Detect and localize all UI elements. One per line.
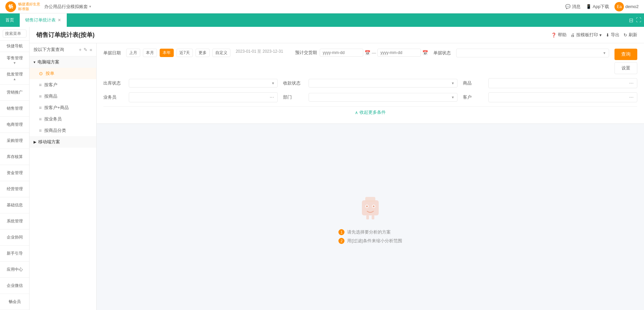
date-this-year-btn[interactable]: 本年 [160,49,174,57]
scheme-list-icon: ≡ [39,82,42,88]
sidebar-item-ecommerce[interactable]: 电商管理 [0,117,29,133]
date-last7days-btn[interactable]: 近7天 [176,49,193,57]
scheme-item-by-order[interactable]: ⊙ 按单 [30,68,96,79]
sidebar-item-system[interactable]: 系统管理 [0,213,29,229]
customer-select[interactable]: ··· [488,92,637,102]
top-right: 💬 消息 📱 App下载 Ea demo2 [565,2,639,11]
content-area: 销售订单统计表(按单) ❓ 帮助 🖨 按模板打印 ▾ ⬇ 导出 ↻ 刷新 [30,27,644,310]
dropdown-arrow-icon[interactable]: ▾ [89,4,91,9]
retail-label: 零售管理 [7,55,23,61]
scheme-edit-btn[interactable]: ✎ [84,47,88,52]
customer-label: 客户 [463,94,483,100]
refresh-btn[interactable]: ↻ 刷新 [624,32,637,38]
page-title: 销售订单统计表(按单) [36,31,95,43]
arrow-icon: ▼ [13,61,16,65]
tab-expand-icon[interactable]: ⛶ [636,17,641,23]
scheme-item-by-salesman[interactable]: ≡ 按业务员 [30,113,96,125]
sidebar-item-finance[interactable]: 资金管理 [0,165,29,181]
scheme-group-mobile-header[interactable]: ▶ 移动端方案 [30,136,96,148]
sidebar-item-retail[interactable]: 零售管理 ▼ [0,52,29,68]
date-more-btn[interactable]: 更多 [196,49,210,57]
salesman-select[interactable]: ··· [129,92,278,102]
select-arrow-icon: ▾ [452,81,454,86]
scheme-header: 按以下方案查询 + ✎ « [30,43,96,56]
sidebar-item-marketing[interactable]: 营销推广 [0,85,29,101]
scheme-list-icon: ≡ [39,94,42,99]
sidebar-item-sales[interactable]: 销售管理 [0,101,29,117]
user-menu-btn[interactable]: Ea demo2 [614,2,639,11]
sidebar-item-appcenter[interactable]: 应用中心 [0,262,29,278]
group-expand-arrow-icon: ▾ [34,60,36,64]
wholesale-label: 批发管理 [7,71,23,77]
sidebar-item-operation[interactable]: 经营管理 [0,181,29,197]
avatar: Ea [614,2,624,11]
logo-area: 畅 畅捷通好生意 标准版 [5,1,40,12]
app-download-btn[interactable]: 📱 App下载 [586,4,609,10]
sidebar: 快捷导航 零售管理 ▼ 批发管理 ▲ 营销推广 销售管理 电商管理 采购管理 库… [0,27,30,310]
sidebar-item-purchase[interactable]: 采购管理 [0,133,29,149]
tab-home[interactable]: 首页 [0,13,20,27]
scheme-add-btn[interactable]: + [79,47,82,52]
logo-text: 畅捷通好生意 标准版 [18,2,40,11]
sidebar-item-corpwx[interactable]: 企业微信 [0,278,29,294]
sidebar-item-newuser[interactable]: 新手引导 [0,246,29,262]
scheme-item-by-goods-category[interactable]: ≡ 按商品分类 [30,125,96,136]
refresh-icon: ↻ [624,33,627,38]
tab-bar: 首页 销售订单统计表 ✕ ⊟ ⛶ [0,13,644,27]
empty-tip-2: 2 用[过滤]条件来缩小分析范围 [338,238,402,244]
goods-more-icon[interactable]: ··· [629,80,634,86]
help-btn[interactable]: ❓ 帮助 [551,32,567,38]
sidebar-item-inventory[interactable]: 库存核算 [0,149,29,165]
tab-close-icon[interactable]: ✕ [58,18,61,22]
sidebar-item-member[interactable]: 畅会员 [0,294,29,310]
date-label: 单据日期 [103,50,123,56]
scheme-list-icon: ≡ [39,116,42,122]
department-select[interactable]: ▾ [309,93,458,102]
sidebar-item-basic[interactable]: 基础信息 [0,197,29,213]
expected-delivery-label: 预计交货期 [295,50,317,56]
collection-status-select[interactable]: ▾ [309,79,458,88]
expected-delivery-start-input[interactable] [320,49,363,57]
collection-status-label: 收款状态 [283,80,303,86]
arrow-icon: ▲ [13,77,16,81]
message-btn[interactable]: 💬 消息 [565,4,581,10]
salesman-label: 业务员 [103,94,123,100]
tab-minimize-icon[interactable]: ⊟ [629,17,633,23]
scheme-item-by-customer-goods[interactable]: ≡ 按客户+商品 [30,102,96,113]
scheme-collapse-btn[interactable]: « [90,47,92,52]
sidebar-item-wholesale[interactable]: 批发管理 ▲ [0,68,29,85]
template-print-btn[interactable]: 🖨 按模板打印 ▾ [571,32,602,38]
date-range-display: 2023-01-01 至 2023-12-31 [236,49,283,54]
empty-illustration [354,190,387,224]
setting-button[interactable]: 设置 [614,62,637,74]
date-prev-month-btn[interactable]: 上月 [126,49,140,57]
order-status-select[interactable]: ▾ [456,49,609,57]
svg-point-4 [366,205,368,207]
goods-select[interactable]: ··· [488,78,637,88]
app-title: 办公用品行业模拟账套 [44,4,88,10]
sidebar-item-quicknav[interactable]: 快捷导航 [0,41,29,52]
date-separator: — [372,50,376,55]
collapse-filters-btn[interactable]: ∧ 收起更多条件 [103,106,637,118]
scheme-item-by-goods[interactable]: ≡ 按商品 [30,91,96,102]
customer-more-icon[interactable]: ··· [629,94,634,100]
calendar-icon: 📅 [422,50,428,55]
tab-sales-order-stat[interactable]: 销售订单统计表 ✕ [20,13,67,27]
expected-delivery-date-group: 📅 — 📅 [320,49,428,57]
collapse-icon: ∧ [355,110,358,115]
search-input[interactable] [3,30,26,38]
query-button[interactable]: 查询 [614,49,637,60]
scheme-radio-icon: ⊙ [39,71,43,76]
expected-delivery-end-input[interactable] [377,49,421,57]
salesman-more-icon[interactable]: ··· [270,94,274,100]
scheme-item-by-customer[interactable]: ≡ 按客户 [30,79,96,91]
shipment-status-select[interactable]: ▾ [129,79,278,88]
sidebar-item-enterprise[interactable]: 企业协同 [0,229,29,246]
date-this-month-btn[interactable]: 本月 [143,49,157,57]
export-btn[interactable]: ⬇ 导出 [606,32,620,38]
group-collapse-arrow-icon: ▶ [34,140,36,144]
scheme-group-pc-header[interactable]: ▾ 电脑端方案 [30,56,96,68]
main-layout: 快捷导航 零售管理 ▼ 批发管理 ▲ 营销推广 销售管理 电商管理 采购管理 库… [0,27,644,310]
date-custom-btn[interactable]: 自定义 [212,49,230,57]
scheme-list-icon: ≡ [39,128,42,133]
